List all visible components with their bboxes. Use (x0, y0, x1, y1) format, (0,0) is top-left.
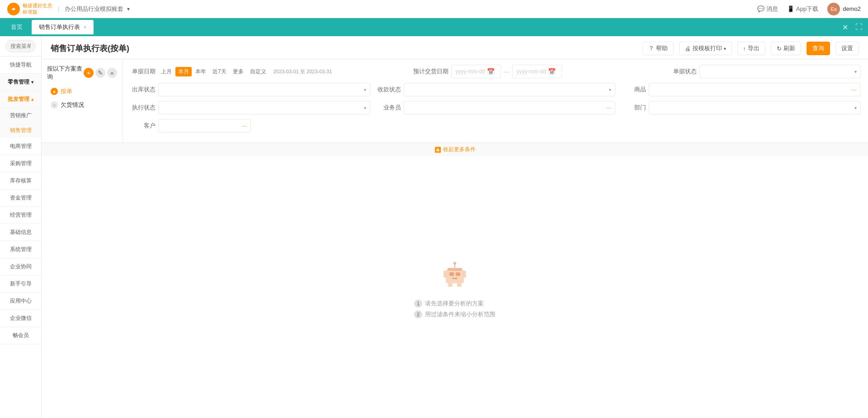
filter-field-exec-status: 执行状态 ▾ (130, 101, 370, 114)
date-tab-custom[interactable]: 自定义 (247, 67, 269, 76)
scheme-panel-actions: + ✎ « (84, 68, 117, 78)
receipt-status-select[interactable]: ▾ (404, 83, 616, 96)
sidebar-item-wholesale-label: 批发管理 (8, 95, 29, 103)
export-icon: ↑ (743, 45, 746, 52)
chevron-down-icon: ▾ (31, 80, 33, 85)
sidebar-item-new-guide[interactable]: 新手引导 (0, 276, 41, 293)
expected-date-start[interactable]: yyyy-mm-dd 📅 (451, 65, 501, 78)
empty-hints: 1 请先选择要分析的方案 2 用过滤条件来缩小分析范围 (414, 299, 495, 318)
filter-field-goods: 商品 ··· (621, 83, 861, 96)
svg-point-10 (453, 262, 456, 265)
date-label: 单据日期 (130, 67, 156, 76)
scheme-panel: 按以下方案查询 + ✎ « ● 按单 (42, 59, 123, 142)
date-tab-this-month[interactable]: 本月 (175, 67, 192, 76)
salesperson-select[interactable]: ··· (404, 101, 616, 114)
print-button[interactable]: 🖨 按模板打印 ▾ (679, 42, 732, 55)
sidebar: 快捷导航 零售管理 ▾ 批发管理 ▴ 营销推广 销售管理 电商管理 采购管理 库… (0, 36, 42, 418)
filter-field-salesperson: 业务员 ··· (376, 101, 616, 114)
sidebar-item-app-center-label: 应用中心 (10, 298, 32, 304)
sidebar-item-enterprise-wechat-label: 企业微信 (10, 315, 32, 321)
tab-home[interactable]: 首页 (4, 20, 30, 34)
scheme-panel-header: 按以下方案查询 + ✎ « (47, 65, 117, 81)
out-status-label: 出库状态 (130, 86, 156, 94)
app-download-action[interactable]: 📱 App下载 (787, 5, 818, 13)
sidebar-item-app-center[interactable]: 应用中心 (0, 293, 41, 310)
empty-illustration (437, 256, 473, 292)
scheme-panel-title: 按以下方案查询 (47, 65, 84, 81)
query-button[interactable]: 查询 (807, 42, 830, 55)
salesperson-more-icon[interactable]: ··· (606, 104, 612, 111)
avatar: Ea (827, 3, 840, 15)
sidebar-item-retail[interactable]: 零售管理 ▾ (0, 74, 41, 91)
sidebar-item-quick-nav[interactable]: 快捷导航 (0, 57, 41, 74)
customer-select[interactable]: ··· (158, 119, 251, 133)
tab-maximize-icon[interactable]: ⛶ (854, 21, 864, 33)
scheme-item-order-label: 按单 (61, 87, 72, 95)
sidebar-item-purchase-label: 采购管理 (10, 160, 32, 166)
breadcrumb: 办公用品行业模拟账套 (65, 5, 123, 13)
sidebar-item-finance[interactable]: 资金管理 (0, 190, 41, 207)
date-tab-this-year[interactable]: 本年 (193, 67, 209, 76)
search-input[interactable] (5, 40, 36, 52)
tab-sales-order-exec[interactable]: 销售订单执行表 × (32, 20, 94, 34)
help-icon: ？ (648, 44, 654, 52)
tab-bar: 首页 销售订单执行表 × ✕ ⛶ (0, 18, 868, 36)
sidebar-item-inventory[interactable]: 库存核算 (0, 172, 41, 190)
goods-select[interactable]: ··· (649, 83, 861, 96)
svg-rect-7 (448, 283, 453, 287)
collapse-label: 收起更多条件 (443, 146, 476, 153)
customer-more-icon[interactable]: ··· (242, 122, 247, 129)
sidebar-item-operations[interactable]: 经营管理 (0, 207, 41, 224)
settings-button[interactable]: 设置 (835, 42, 859, 55)
scheme-collapse-button[interactable]: « (107, 68, 117, 78)
sidebar-item-basic-label: 基础信息 (10, 229, 32, 235)
sidebar-item-enterprise[interactable]: 企业协同 (0, 258, 41, 276)
expected-date-end[interactable]: yyyy-mm-dd 📅 (512, 65, 562, 78)
sidebar-item-sales[interactable]: 销售管理 (0, 123, 41, 138)
scheme-item-debt-label: 欠货情况 (61, 101, 84, 109)
breadcrumb-dropdown[interactable]: ▾ (127, 6, 130, 12)
scheme-dot-order: ● (51, 88, 58, 95)
collapse-bar[interactable]: 🔼 收起更多条件 (42, 142, 868, 156)
doc-status-select[interactable]: ▾ (699, 65, 861, 78)
sidebar-item-wholesale[interactable]: 批发管理 ▴ (0, 91, 41, 108)
tab-close-icon[interactable]: × (84, 24, 86, 30)
scheme-item-debt[interactable]: ○ 欠货情况 (47, 98, 117, 112)
sidebar-item-enterprise-wechat[interactable]: 企业微信 (0, 310, 41, 327)
user-area[interactable]: Ea demo2 (827, 3, 861, 15)
sidebar-item-vip[interactable]: 畅会员 (0, 327, 41, 344)
scheme-edit-button[interactable]: ✎ (95, 68, 105, 78)
scheme-item-order[interactable]: ● 按单 (47, 85, 117, 98)
page-actions: ？ 帮助 🖨 按模板打印 ▾ ↑ 导出 ↻ 刷新 查询 (642, 42, 859, 55)
tab-close-all-icon[interactable]: ✕ (840, 21, 850, 33)
filter-field-doc-status: 单据状态 ▾ (671, 65, 861, 78)
department-select[interactable]: ▾ (649, 101, 861, 114)
refresh-button[interactable]: ↻ 刷新 (771, 42, 801, 55)
help-button[interactable]: ？ 帮助 (642, 42, 674, 55)
scheme-add-button[interactable]: + (84, 68, 94, 78)
top-header: 畅捷通好生意 标准版 | 办公用品行业模拟账套 ▾ 💬 消息 📱 App下载 E… (0, 0, 868, 18)
doc-status-label: 单据状态 (671, 67, 697, 76)
sidebar-item-inventory-label: 库存核算 (10, 177, 32, 184)
date-tab-last-7-days[interactable]: 近7天 (210, 67, 229, 76)
goods-more-icon[interactable]: ··· (851, 86, 857, 93)
breadcrumb-separator: | (58, 5, 59, 12)
exec-status-select[interactable]: ▾ (158, 101, 370, 114)
date-tabs: 上月 本月 本年 近7天 更多 自定义 (158, 67, 269, 76)
message-action[interactable]: 💬 消息 (757, 5, 778, 13)
sidebar-item-ecommerce[interactable]: 电商管理 (0, 138, 41, 155)
export-button[interactable]: ↑ 导出 (737, 42, 766, 55)
department-label: 部门 (621, 104, 646, 112)
date-tab-last-month[interactable]: 上月 (158, 67, 175, 76)
sidebar-item-marketing[interactable]: 营销推广 (0, 108, 41, 123)
sidebar-item-basic[interactable]: 基础信息 (0, 224, 41, 241)
filter-row-4: 客户 ··· (130, 119, 861, 133)
svg-rect-4 (452, 278, 458, 279)
filter-row-2: 出库状态 ▾ 收款状态 ▾ 商品 (130, 83, 861, 96)
date-tab-more[interactable]: 更多 (230, 67, 246, 76)
sidebar-item-purchase[interactable]: 采购管理 (0, 155, 41, 172)
filter-field-receipt-status: 收款状态 ▾ (376, 83, 616, 96)
out-status-select[interactable]: ▾ (158, 83, 370, 96)
sidebar-item-system[interactable]: 系统管理 (0, 241, 41, 258)
tab-bar-actions: ✕ ⛶ (840, 21, 864, 33)
